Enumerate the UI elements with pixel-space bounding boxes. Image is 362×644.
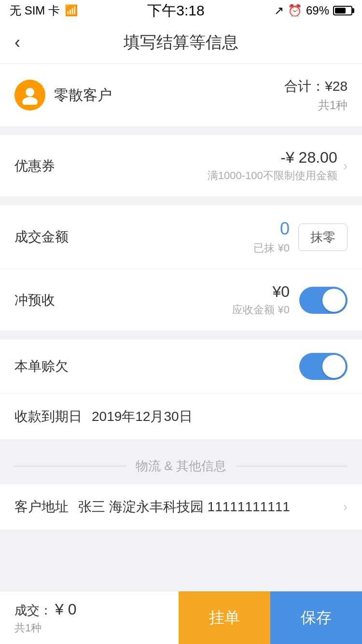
customer-card: 零散客户 合计：¥28 共1种 (0, 64, 362, 126)
alarm-icon: ⏰ (288, 4, 302, 17)
logistics-divider: 物流 & 其他信息 (0, 448, 362, 484)
divider-left (14, 466, 126, 466)
page-title: 填写结算等信息 (124, 31, 238, 54)
coupon-desc: 满1000-100不限制使用金额 (208, 168, 337, 183)
bottom-bar: 成交： ¥ 0 共1种 挂单 保存 (0, 591, 362, 644)
location-icon: ↗ (274, 4, 284, 17)
divider-right (236, 466, 348, 466)
bottom-deal-label: 成交： (14, 602, 52, 619)
amount-label: 成交金额 (14, 228, 69, 246)
customer-left: 零散客户 (14, 80, 112, 111)
coupon-row[interactable]: 优惠券 -¥ 28.00 满1000-100不限制使用金额 › (0, 135, 362, 196)
status-time: 下午3:18 (147, 1, 204, 21)
address-section[interactable]: 客户地址 张三 海淀永丰科技园 11111111111 › (0, 484, 362, 530)
svg-point-0 (26, 88, 34, 97)
prepay-row: 冲预收 ¥0 应收金额 ¥0 (0, 269, 362, 331)
logistics-label: 物流 & 其他信息 (136, 458, 226, 475)
prepay-label: 冲预收 (14, 291, 55, 309)
due-row: 收款到期日 2019年12月30日 (0, 394, 362, 439)
customer-total-price: 合计：¥28 (284, 77, 348, 96)
bottom-info: 成交： ¥ 0 共1种 (0, 601, 179, 635)
customer-total-count: 共1种 (284, 98, 348, 113)
save-button[interactable]: 保存 (270, 591, 362, 644)
prepay-right: ¥0 应收金额 ¥0 (232, 283, 348, 317)
customer-total: 合计：¥28 共1种 (284, 77, 348, 113)
coupon-value-block: -¥ 28.00 满1000-100不限制使用金额 (208, 149, 337, 183)
chevron-right-icon: › (343, 158, 348, 174)
address-chevron-icon: › (343, 499, 348, 515)
toggle-knob (322, 289, 346, 312)
coupon-right: -¥ 28.00 满1000-100不限制使用金额 › (208, 149, 348, 183)
status-bar: 无 SIM 卡 📶 下午3:18 ↗ ⏰ 69% (0, 0, 362, 21)
status-left: 无 SIM 卡 📶 (10, 3, 78, 18)
status-right: ↗ ⏰ 69% (274, 4, 352, 17)
svg-point-1 (22, 97, 38, 105)
debt-row: 本单赊欠 (0, 339, 362, 394)
battery-icon (333, 6, 352, 15)
debt-label: 本单赊欠 (14, 357, 69, 376)
nav-bar: ‹ 填写结算等信息 (0, 21, 362, 64)
debt-toggle-knob (322, 355, 346, 378)
main-content: 零散客户 合计：¥28 共1种 优惠券 -¥ 28.00 满1000-100不限… (0, 64, 362, 596)
hang-order-button[interactable]: 挂单 (179, 591, 270, 644)
sim-label: 无 SIM 卡 (10, 3, 60, 18)
prepay-amount: ¥0 (232, 283, 290, 301)
battery-percent: 69% (306, 4, 329, 17)
amount-input-area: 0 已抹 ¥0 抹零 (253, 219, 348, 255)
amount-row: 成交金额 0 已抹 ¥0 抹零 (0, 205, 362, 269)
amount-sub: 已抹 ¥0 (253, 241, 290, 255)
customer-avatar (14, 80, 45, 111)
customer-name: 零散客户 (54, 85, 112, 105)
debt-toggle[interactable] (299, 353, 348, 380)
due-label: 收款到期日 (14, 407, 82, 426)
user-icon (20, 85, 40, 105)
transaction-section: 成交金额 0 已抹 ¥0 抹零 冲预收 ¥0 应收金额 ¥0 (0, 205, 362, 331)
coupon-label: 优惠券 (14, 157, 55, 175)
address-label: 客户地址 (14, 498, 69, 516)
prepay-toggle[interactable] (299, 287, 348, 314)
coupon-amount: -¥ 28.00 (208, 149, 337, 167)
round-off-button[interactable]: 抹零 (298, 224, 348, 251)
due-date: 2019年12月30日 (92, 407, 193, 426)
debt-section: 本单赊欠 收款到期日 2019年12月30日 (0, 339, 362, 439)
address-value: 张三 海淀永丰科技园 11111111111 (78, 498, 343, 516)
bottom-amount: ¥ 0 (55, 601, 76, 618)
back-button[interactable]: ‹ (14, 32, 20, 53)
prepay-amount-block: ¥0 应收金额 ¥0 (232, 283, 290, 317)
bottom-count: 共1种 (14, 621, 164, 635)
coupon-section: 优惠券 -¥ 28.00 满1000-100不限制使用金额 › (0, 135, 362, 196)
wifi-icon: 📶 (65, 4, 78, 17)
amount-value[interactable]: 0 (253, 219, 290, 239)
amount-value-block: 0 已抹 ¥0 (253, 219, 290, 255)
prepay-receivable: 应收金额 ¥0 (232, 303, 290, 317)
